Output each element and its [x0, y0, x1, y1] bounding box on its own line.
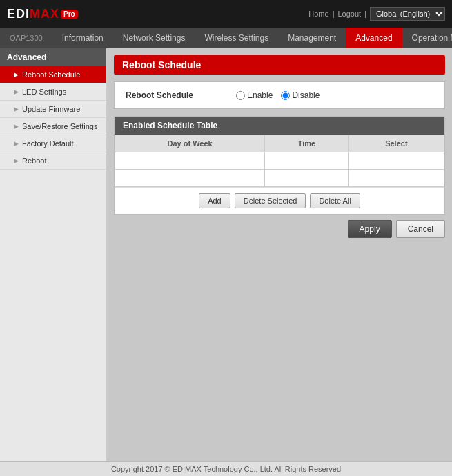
empty-cell: [265, 152, 349, 170]
logout-link[interactable]: Logout: [337, 10, 361, 18]
disable-radio[interactable]: [281, 91, 290, 100]
footer: Copyright 2017 © EDIMAX Technology Co., …: [0, 461, 452, 476]
sidebar-item-update-firmware[interactable]: ▶ Update Firmware: [0, 101, 106, 118]
header: EDIMAX Pro Home | Logout | Global (Engli…: [0, 0, 452, 28]
page-title: Reboot Schedule: [114, 55, 445, 75]
logo-edimax: EDIMAX: [7, 7, 59, 21]
sidebar-label-reboot: Reboot: [22, 157, 46, 165]
disable-label[interactable]: Disable: [281, 90, 320, 100]
nav-item-advanced[interactable]: Advanced: [346, 28, 402, 48]
schedule-label: Reboot Schedule: [126, 90, 236, 100]
table-row: [115, 152, 444, 170]
sidebar-item-save-restore-settings[interactable]: ▶ Save/Restore Settings: [0, 118, 106, 135]
enable-label[interactable]: Enable: [236, 90, 273, 100]
device-label: OAP1300: [0, 28, 52, 48]
sidebar-section-header: Advanced: [0, 48, 106, 66]
arrow-icon: ▶: [14, 140, 19, 147]
delete-all-button[interactable]: Delete All: [310, 193, 360, 208]
sidebar-item-reboot[interactable]: ▶ Reboot: [0, 152, 106, 170]
empty-cell: [115, 152, 265, 170]
disable-text: Disable: [292, 90, 320, 100]
logo-pro: Pro: [61, 10, 78, 19]
empty-cell: [348, 170, 444, 187]
table-header: Enabled Schedule Table: [115, 117, 444, 135]
nav-item-management[interactable]: Management: [278, 28, 346, 48]
logo: EDIMAX Pro: [7, 7, 78, 21]
empty-cell: [115, 170, 265, 187]
language-select[interactable]: Global (English): [370, 7, 445, 21]
footer-text: Copyright 2017 © EDIMAX Technology Co., …: [111, 465, 341, 473]
col-select: Select: [348, 135, 444, 152]
arrow-icon: ▶: [14, 123, 19, 130]
sidebar: Advanced ▶ Reboot Schedule ▶ LED Setting…: [0, 48, 107, 461]
table-actions: Add Delete Selected Delete All: [115, 187, 444, 214]
separator2: |: [364, 10, 366, 18]
arrow-icon: ▶: [14, 88, 19, 95]
sidebar-label-reboot-schedule: Reboot Schedule: [22, 70, 80, 79]
schedule-row: Reboot Schedule Enable Disable: [115, 82, 444, 108]
navigation: OAP1300 Information Network Settings Wir…: [0, 28, 452, 48]
home-link[interactable]: Home: [308, 10, 328, 18]
reboot-schedule-box: Reboot Schedule Enable Disable: [114, 81, 445, 109]
nav-item-network-settings[interactable]: Network Settings: [113, 28, 195, 48]
separator1: |: [333, 10, 335, 18]
empty-cell: [265, 170, 349, 187]
enable-text: Enable: [247, 90, 273, 100]
nav-item-operation-mode[interactable]: Operation Mode: [402, 28, 452, 48]
empty-cell: [348, 152, 444, 170]
sidebar-label-factory-default: Factory Default: [22, 139, 74, 148]
enable-radio[interactable]: [236, 91, 245, 100]
apply-button[interactable]: Apply: [348, 220, 392, 238]
sidebar-item-reboot-schedule[interactable]: ▶ Reboot Schedule: [0, 66, 106, 83]
main-layout: Advanced ▶ Reboot Schedule ▶ LED Setting…: [0, 48, 452, 461]
schedule-table-body: [115, 152, 444, 187]
header-right: Home | Logout | Global (English): [308, 7, 445, 21]
action-row: Apply Cancel: [114, 215, 445, 244]
cancel-button[interactable]: Cancel: [396, 220, 445, 238]
sidebar-item-led-settings[interactable]: ▶ LED Settings: [0, 83, 106, 101]
content-area: Reboot Schedule Reboot Schedule Enable D…: [107, 48, 452, 461]
col-day-of-week: Day of Week: [115, 135, 265, 152]
table-row: [115, 170, 444, 187]
arrow-icon: ▶: [14, 106, 19, 112]
schedule-table: Day of Week Time Select: [115, 135, 444, 187]
nav-item-wireless-settings[interactable]: Wireless Settings: [195, 28, 278, 48]
sidebar-label-led-settings: LED Settings: [22, 88, 66, 96]
add-button[interactable]: Add: [199, 193, 230, 208]
arrow-icon: ▶: [14, 71, 19, 78]
col-time: Time: [265, 135, 349, 152]
sidebar-label-save-restore: Save/Restore Settings: [22, 122, 97, 130]
schedule-controls: Enable Disable: [236, 90, 320, 100]
sidebar-item-factory-default[interactable]: ▶ Factory Default: [0, 135, 106, 152]
schedule-table-section: Enabled Schedule Table Day of Week Time …: [114, 116, 445, 215]
sidebar-label-update-firmware: Update Firmware: [22, 105, 80, 113]
delete-selected-button[interactable]: Delete Selected: [235, 193, 306, 208]
arrow-icon: ▶: [14, 157, 19, 164]
nav-item-information[interactable]: Information: [52, 28, 113, 48]
